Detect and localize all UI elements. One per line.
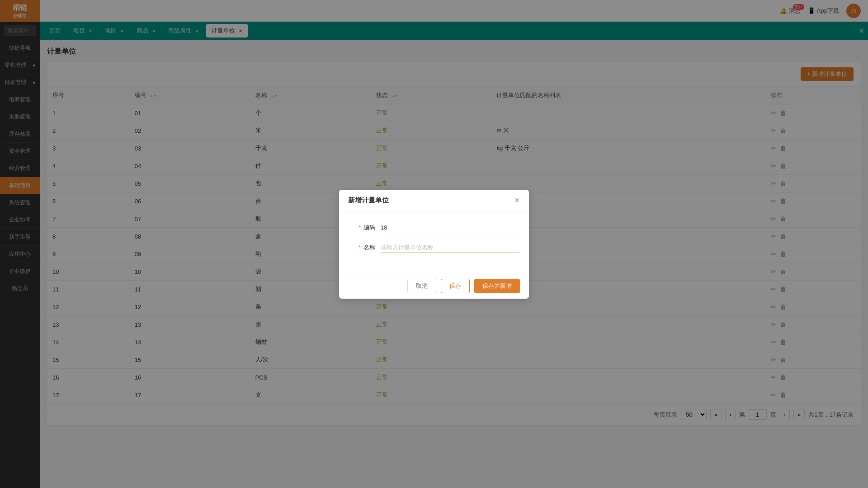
modal-close-button[interactable]: ✕ [514, 196, 520, 205]
modal-footer: 取消 保存 保存并新增 [339, 273, 529, 299]
modal-title: 新增计量单位 [348, 196, 389, 205]
code-required: * [359, 224, 361, 231]
name-form-row: * 名称 [348, 242, 520, 253]
code-form-row: * 编码 [348, 222, 520, 233]
name-required: * [359, 244, 361, 251]
code-input[interactable] [381, 222, 520, 233]
save-button[interactable]: 保存 [441, 279, 470, 293]
name-label: * 名称 [348, 244, 375, 252]
add-measure-unit-modal: 新增计量单位 ✕ * 编码 * 名称 取消 保存 保存并新增 [339, 190, 529, 299]
code-label: * 编码 [348, 224, 375, 232]
modal-header: 新增计量单位 ✕ [339, 190, 529, 211]
cancel-button[interactable]: 取消 [407, 279, 436, 293]
name-input[interactable] [381, 242, 520, 253]
save-and-new-button[interactable]: 保存并新增 [474, 279, 520, 293]
modal-body: * 编码 * 名称 [339, 211, 529, 273]
modal-overlay: 新增计量单位 ✕ * 编码 * 名称 取消 保存 保存并新增 [0, 0, 868, 488]
